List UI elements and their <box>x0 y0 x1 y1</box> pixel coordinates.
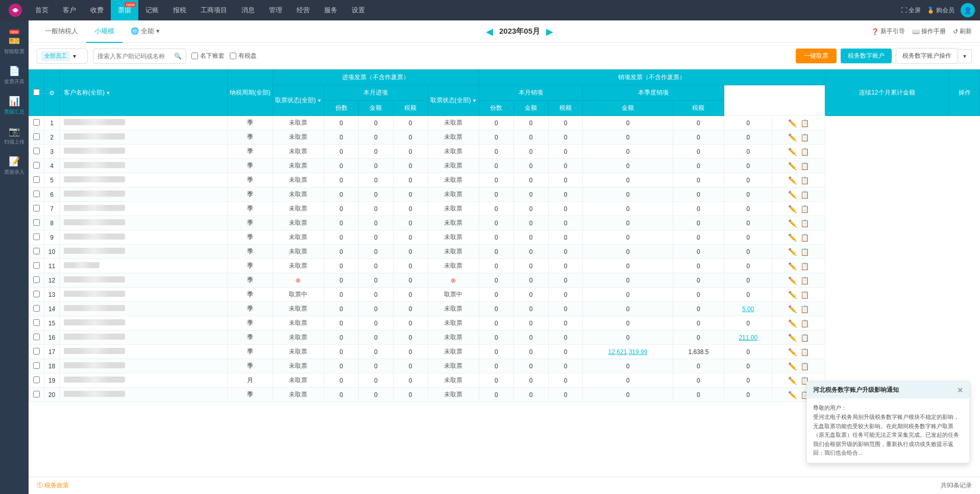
copy-icon[interactable]: 📋 <box>800 233 809 242</box>
manual-btn[interactable]: 📖 操作手册 <box>912 27 946 36</box>
tax-ops-btn[interactable]: 税务数字账户操作 <box>896 48 958 64</box>
nav-home[interactable]: 首页 <box>28 0 56 20</box>
copy-icon[interactable]: 📋 <box>800 348 809 356</box>
checkbox-sub-account[interactable]: 名下账套 <box>191 52 225 60</box>
row-checkbox[interactable] <box>33 219 40 226</box>
th-client-name[interactable]: 客户名称(全部) <box>60 70 228 116</box>
copy-icon[interactable]: 📋 <box>800 276 809 285</box>
search-input[interactable] <box>97 53 174 60</box>
edit-icon[interactable]: ✏️ <box>788 233 797 242</box>
edit-icon[interactable]: ✏️ <box>788 205 797 213</box>
row-checkbox[interactable] <box>33 176 40 183</box>
period-next-btn[interactable]: ▶ <box>546 26 553 37</box>
tax-disk-checkbox[interactable] <box>230 53 236 59</box>
sidebar-item-record[interactable]: 📝 票据录入 <box>0 151 29 181</box>
nav-operation[interactable]: 经营 <box>289 0 317 20</box>
sidebar-item-scan[interactable]: 📷 扫描上传 <box>0 121 29 151</box>
copy-icon[interactable]: 📋 <box>800 162 809 170</box>
row-checkbox[interactable] <box>33 133 40 140</box>
edit-icon[interactable]: ✏️ <box>788 305 797 313</box>
copy-icon[interactable]: 📋 <box>800 219 809 227</box>
tab-all[interactable]: 🌐 全能 ▾ <box>122 20 168 43</box>
copy-icon[interactable]: 📋 <box>800 191 809 199</box>
edit-icon[interactable]: ✏️ <box>788 362 797 370</box>
user-avatar[interactable]: 👤 <box>961 3 975 17</box>
edit-icon[interactable]: ✏️ <box>788 133 797 142</box>
tab-general-taxpayer[interactable]: 一般纳税人 <box>37 20 86 43</box>
copy-icon[interactable]: 📋 <box>800 133 809 142</box>
row-checkbox[interactable] <box>33 348 40 355</box>
search-icon[interactable]: 🔍 <box>174 53 182 60</box>
sidebar-item-fetch-ticket[interactable]: new 🎫 智能取票 <box>0 25 29 60</box>
fullscreen-btn[interactable]: ⛶ 全屏 <box>901 6 921 15</box>
th-in-status[interactable]: 取票状态(全部) <box>273 85 324 116</box>
edit-icon[interactable]: ✏️ <box>788 319 797 327</box>
row-checkbox[interactable] <box>33 377 40 383</box>
row-checkbox[interactable] <box>33 334 40 340</box>
edit-icon[interactable]: ✏️ <box>788 348 797 356</box>
row-checkbox[interactable] <box>33 262 40 269</box>
edit-icon[interactable]: ✏️ <box>788 291 797 299</box>
select-all-checkbox[interactable] <box>33 89 40 96</box>
edit-icon[interactable]: ✏️ <box>788 276 797 285</box>
copy-icon[interactable]: 📋 <box>800 205 809 213</box>
tax-policy-link[interactable]: ① 税务政策 <box>37 481 69 490</box>
nav-accounting[interactable]: 记账 <box>138 0 166 20</box>
row-checkbox[interactable] <box>33 191 40 197</box>
copy-icon[interactable]: 📋 <box>800 148 809 156</box>
refresh-btn[interactable]: ↺ 刷新 <box>953 27 972 36</box>
edit-icon[interactable]: ✏️ <box>788 176 797 184</box>
edit-icon[interactable]: ✏️ <box>788 334 797 342</box>
one-click-fetch-btn[interactable]: 一键取票 <box>796 49 837 63</box>
row-checkbox[interactable] <box>33 391 40 397</box>
edit-icon[interactable]: ✏️ <box>788 119 797 127</box>
nav-service[interactable]: 服务 <box>317 0 345 20</box>
nav-customer[interactable]: 客户 <box>56 0 83 20</box>
row-checkbox[interactable] <box>33 362 40 369</box>
sidebar-item-summary[interactable]: 📊 票据汇总 <box>0 90 29 121</box>
checkbox-tax-disk[interactable]: 有税盘 <box>230 52 257 60</box>
tax-ops-dropdown-btn[interactable]: ▾ <box>958 49 972 63</box>
tab-small-scale[interactable]: 小规模 <box>86 20 122 43</box>
row-checkbox[interactable] <box>33 276 40 283</box>
copy-icon[interactable]: 📋 <box>800 291 809 299</box>
nav-tax[interactable]: 报税 <box>166 0 193 20</box>
edit-icon[interactable]: ✏️ <box>788 219 797 227</box>
row-checkbox[interactable] <box>33 248 40 254</box>
tax-digital-account-btn[interactable]: 税务数字账户 <box>841 49 892 63</box>
copy-icon[interactable]: 📋 <box>800 305 809 313</box>
member-btn[interactable]: 🏅 购会员 <box>927 6 954 15</box>
copy-icon[interactable]: 📋 <box>800 176 809 184</box>
nav-billing[interactable]: 收费 <box>83 0 111 20</box>
row-checkbox[interactable] <box>33 148 40 154</box>
copy-icon[interactable]: 📋 <box>800 119 809 127</box>
row-checkbox[interactable] <box>33 162 40 169</box>
nav-settings[interactable]: 设置 <box>345 0 372 20</box>
edit-icon[interactable]: ✏️ <box>788 391 797 399</box>
edit-icon[interactable]: ✏️ <box>788 148 797 156</box>
sub-account-checkbox[interactable] <box>191 53 198 59</box>
copy-icon[interactable]: 📋 <box>800 362 809 370</box>
row-checkbox[interactable] <box>33 233 40 240</box>
nav-invoice[interactable]: 票据 new <box>111 0 138 20</box>
new-guide-btn[interactable]: ❓ 新手引导 <box>871 27 905 36</box>
copy-icon[interactable]: 📋 <box>800 262 809 270</box>
row-checkbox[interactable] <box>33 305 40 312</box>
nav-message[interactable]: 消息 <box>234 0 262 20</box>
edit-icon[interactable]: ✏️ <box>788 377 797 385</box>
nav-business[interactable]: 工商项目 <box>193 0 234 20</box>
period-prev-btn[interactable]: ◀ <box>486 26 493 37</box>
row-checkbox[interactable] <box>33 291 40 297</box>
edit-icon[interactable]: ✏️ <box>788 262 797 270</box>
sidebar-item-open-invoice[interactable]: 📄 发票开具 <box>0 60 29 90</box>
edit-icon[interactable]: ✏️ <box>788 191 797 199</box>
th-out-status[interactable]: 取票状态(全部) <box>428 85 479 116</box>
nav-management[interactable]: 管理 <box>262 0 289 20</box>
employee-select[interactable]: 全部员工 ▾ <box>37 49 88 64</box>
copy-icon[interactable]: 📋 <box>800 334 809 342</box>
row-checkbox[interactable] <box>33 119 40 126</box>
row-checkbox[interactable] <box>33 319 40 326</box>
row-checkbox[interactable] <box>33 205 40 211</box>
edit-icon[interactable]: ✏️ <box>788 162 797 170</box>
copy-icon[interactable]: 📋 <box>800 319 809 327</box>
